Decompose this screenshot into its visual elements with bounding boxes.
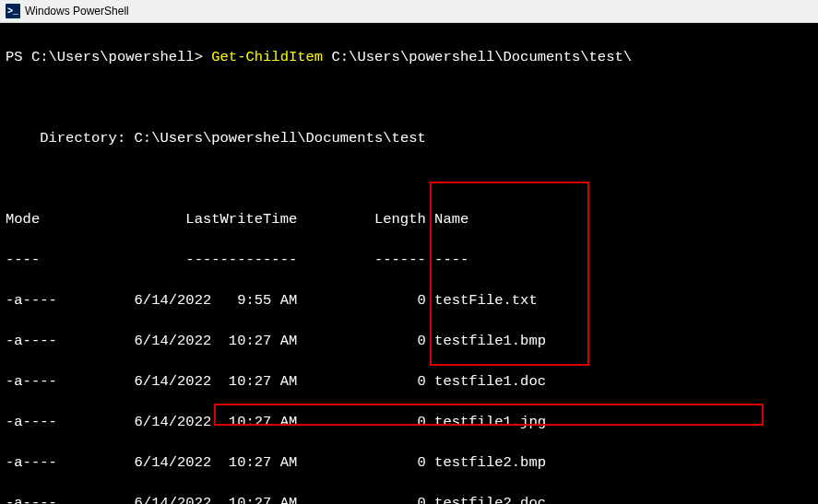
table-header: Mode LastWriteTime Length Name <box>6 209 812 229</box>
window-title: Windows PowerShell <box>25 5 129 18</box>
table-row: -a---- 6/14/2022 10:27 AM 0 testfile2.do… <box>6 493 812 504</box>
highlight-box-files <box>430 182 589 366</box>
table-row: -a---- 6/14/2022 10:27 AM 0 testfile1.do… <box>6 371 812 392</box>
window-titlebar[interactable]: >_ Windows PowerShell <box>0 0 818 23</box>
command-arg-path: C:\Users\powershell\Documents\test\ <box>331 49 632 65</box>
directory-line: Directory: C:\Users\powershell\Documents… <box>6 128 812 148</box>
table-row: -a---- 6/14/2022 9:55 AM 0 testFile.txt <box>6 290 812 311</box>
terminal-area[interactable]: PS C:\Users\powershell> Get-ChildItem C:… <box>0 23 818 504</box>
table-divider: ---- ------------- ------ ---- <box>6 250 812 270</box>
terminal-line: PS C:\Users\powershell> Get-ChildItem C:… <box>6 47 812 67</box>
highlight-box-remove-command <box>214 404 764 426</box>
table-row: -a---- 6/14/2022 10:27 AM 0 testfile2.bm… <box>6 452 812 473</box>
directory-path: C:\Users\powershell\Documents\test <box>135 130 426 147</box>
powershell-icon-glyph: >_ <box>7 6 18 17</box>
prompt-prefix: PS <box>6 49 31 65</box>
cmdlet-get-childitem: Get-ChildItem <box>211 49 323 65</box>
prompt-path: C:\Users\powershell> <box>31 49 203 65</box>
table-row: -a---- 6/14/2022 10:27 AM 0 testfile1.bm… <box>6 331 812 351</box>
directory-label: Directory: <box>6 130 135 147</box>
powershell-icon: >_ <box>6 4 20 18</box>
space <box>203 49 211 65</box>
